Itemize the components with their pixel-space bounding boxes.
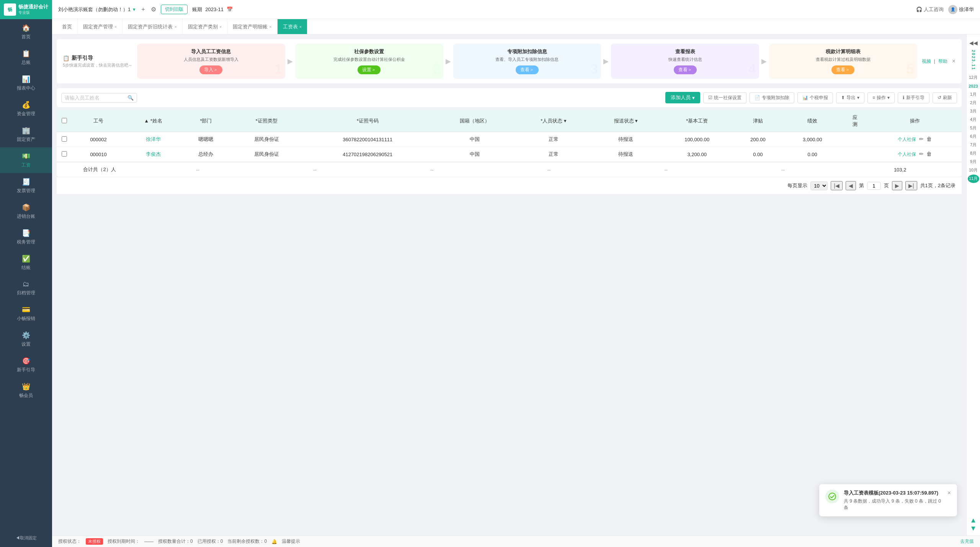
first-page-btn[interactable]: |◀ bbox=[831, 181, 843, 190]
sidebar-item-税务管理[interactable]: 📑税务管理 bbox=[0, 224, 52, 250]
tab-close-btn[interactable]: × bbox=[299, 24, 302, 29]
add-person-btn[interactable]: 添加人员 ▾ bbox=[665, 92, 700, 103]
guide-step-3: 专项附加扣除信息 查看、导入员工专项附加扣除信息 查看＞ 3 bbox=[453, 44, 601, 79]
select-all-checkbox[interactable] bbox=[62, 118, 67, 123]
sidebar-item-畅会员[interactable]: 👑畅会员 bbox=[0, 378, 52, 403]
guide-btn-toolbar[interactable]: ℹ 新手引导 bbox=[898, 92, 929, 103]
tab-close-btn[interactable]: × bbox=[269, 24, 271, 29]
action-social-btn[interactable]: 个人社保 bbox=[898, 152, 916, 157]
month-item-12月[interactable]: 12月 bbox=[968, 73, 979, 82]
tab-固定资产管理[interactable]: 固定资产管理 × bbox=[78, 19, 122, 34]
page-input[interactable] bbox=[867, 182, 881, 190]
page-unit: 页 bbox=[884, 182, 889, 189]
guide-help-btn[interactable]: 帮助 bbox=[938, 58, 947, 65]
search-icon[interactable]: 🔍 bbox=[127, 95, 134, 101]
month-item-2023[interactable]: 2023 bbox=[968, 82, 979, 90]
sidebar-item-新手引导[interactable]: 🎯新手引导 bbox=[0, 352, 52, 378]
notif-close-btn[interactable]: × bbox=[947, 490, 951, 496]
user-menu[interactable]: 👤 徐泽华 bbox=[948, 5, 974, 14]
action-delete-icon[interactable]: 🗑 bbox=[926, 151, 932, 157]
sidebar-item-进销台账[interactable]: 📦进销台账 bbox=[0, 199, 52, 224]
account-selector[interactable]: 刘小艳演示账套（勿删勿动！）1 ▾ bbox=[58, 6, 136, 13]
sidebar-item-归档管理[interactable]: 🗂归档管理 bbox=[0, 276, 52, 301]
charge-btn[interactable]: 去充值 bbox=[960, 538, 974, 545]
row-checkbox[interactable] bbox=[62, 151, 67, 157]
guide-step-desc: 查看税款计算过程及明细数据 bbox=[816, 57, 871, 62]
month-item-9月[interactable]: 9月 bbox=[968, 158, 979, 166]
cancel-fixed-btn[interactable]: ◀取消固定 bbox=[4, 533, 48, 543]
calendar-icon[interactable]: 📅 bbox=[227, 7, 233, 12]
sidebar-item-总账[interactable]: 📋总账 bbox=[0, 45, 52, 70]
guide-step-btn[interactable]: 导入＞ bbox=[199, 65, 222, 74]
tab-固定资产类别[interactable]: 固定资产类别 × bbox=[183, 19, 227, 34]
month-item-2月[interactable]: 2月 bbox=[968, 99, 979, 107]
col-name[interactable]: ▲ *姓名 bbox=[125, 110, 181, 132]
tax-report-btn[interactable]: 📊 个税申报 bbox=[797, 92, 833, 103]
month-item-8月[interactable]: 8月 bbox=[968, 149, 979, 158]
guide-step-btn[interactable]: 设置＞ bbox=[358, 65, 381, 74]
sidebar-item-设置[interactable]: ⚙️设置 bbox=[0, 327, 52, 352]
version-switch-btn[interactable]: 切到旧版 bbox=[161, 5, 188, 14]
month-item-7月[interactable]: 7月 bbox=[968, 141, 979, 149]
refresh-btn[interactable]: ↺ 刷新 bbox=[933, 92, 957, 103]
tab-固定资产折旧统计表[interactable]: 固定资产折旧统计表 × bbox=[122, 19, 182, 34]
tab-工资表[interactable]: 工资表 × bbox=[278, 19, 307, 34]
guide-close-btn[interactable]: × bbox=[952, 58, 956, 65]
page-size-label: 每页显示 bbox=[787, 182, 807, 189]
action-edit-icon[interactable]: ✏ bbox=[919, 151, 924, 157]
social-insurance-btn[interactable]: ☑ 统一社保设置 bbox=[703, 92, 746, 103]
sidebar-item-结账[interactable]: ✅结账 bbox=[0, 250, 52, 276]
month-item-4月[interactable]: 4月 bbox=[968, 116, 979, 124]
sidebar-label: 报表中心 bbox=[17, 85, 35, 91]
sidebar-icon: 💰 bbox=[22, 101, 30, 109]
export-btn[interactable]: ⬆ 导出 ▾ bbox=[836, 92, 864, 103]
sidebar-item-固定资产[interactable]: 🏢固定资产 bbox=[0, 122, 52, 147]
tab-固定资产明细账[interactable]: 固定资产明细账 × bbox=[227, 19, 277, 34]
month-item-6月[interactable]: 6月 bbox=[968, 132, 979, 141]
sidebar-item-工资[interactable]: 💵工资 bbox=[0, 147, 52, 173]
month-item-10月[interactable]: 10月 bbox=[968, 166, 979, 175]
action-edit-icon[interactable]: ✏ bbox=[919, 136, 924, 142]
panel-expand-btn[interactable]: ◀◀ bbox=[967, 38, 980, 48]
tab-首页[interactable]: 首页 bbox=[57, 19, 78, 34]
cell-dept: 总经办 bbox=[181, 147, 230, 162]
action-social-btn[interactable]: 个人社保 bbox=[898, 137, 916, 142]
tab-close-btn[interactable]: × bbox=[114, 24, 117, 29]
sidebar-item-小畅报销[interactable]: 💳小畅报销 bbox=[0, 301, 52, 327]
sidebar-item-资金管理[interactable]: 💰资金管理 bbox=[0, 96, 52, 122]
settings-btn[interactable]: ⚙ bbox=[151, 6, 156, 13]
tab-close-btn[interactable]: × bbox=[174, 24, 176, 29]
search-input[interactable] bbox=[65, 95, 126, 101]
sidebar-item-首页[interactable]: 🏠首页 bbox=[0, 19, 52, 45]
col-send-status[interactable]: 报送状态 ▾ bbox=[591, 110, 661, 132]
operate-btn[interactable]: ≡ 操作 ▾ bbox=[867, 92, 895, 103]
month-item-5月[interactable]: 5月 bbox=[968, 124, 979, 132]
cell-name[interactable]: 李俊杰 bbox=[146, 151, 161, 157]
month-item-1月[interactable]: 1月 bbox=[968, 90, 979, 99]
prev-page-btn[interactable]: ◀ bbox=[846, 181, 856, 190]
month-item-11月[interactable]: 11月 bbox=[968, 175, 979, 183]
add-account-btn[interactable]: ＋ bbox=[140, 5, 146, 13]
sidebar-item-报表中心[interactable]: 📊报表中心 bbox=[0, 70, 52, 96]
period-selector[interactable]: 账期 2023-11 📅 bbox=[192, 6, 233, 13]
month-item-3月[interactable]: 3月 bbox=[968, 107, 979, 116]
col-status[interactable]: *人员状态 ▾ bbox=[516, 110, 591, 132]
next-page-btn[interactable]: ▶ bbox=[892, 181, 902, 190]
tab-close-btn[interactable]: × bbox=[219, 24, 222, 29]
panel-nav-down[interactable]: ▼ bbox=[970, 524, 977, 532]
page-size-select[interactable]: 10 20 50 bbox=[810, 181, 828, 190]
customer-service-btn[interactable]: 🎧 人工咨询 bbox=[916, 6, 944, 13]
panel-nav-up[interactable]: ▲ bbox=[970, 516, 977, 524]
sidebar-icon: 📋 bbox=[22, 49, 30, 58]
guide-step-btn[interactable]: 查看＞ bbox=[516, 65, 539, 74]
last-page-btn[interactable]: ▶| bbox=[905, 181, 917, 190]
sidebar-item-发票管理[interactable]: 🧾发票管理 bbox=[0, 173, 52, 199]
account-dropdown-icon[interactable]: ▾ bbox=[133, 7, 136, 12]
cell-name[interactable]: 徐泽华 bbox=[146, 136, 161, 142]
action-delete-icon[interactable]: 🗑 bbox=[926, 136, 932, 142]
special-deduction-btn[interactable]: 📄 专项附加扣除 bbox=[750, 92, 794, 103]
guide-video-btn[interactable]: 视频 bbox=[922, 58, 931, 65]
guide-step-btn[interactable]: 查看＞ bbox=[674, 65, 697, 74]
row-checkbox[interactable] bbox=[62, 136, 67, 142]
guide-step-btn[interactable]: 查看＞ bbox=[831, 65, 854, 74]
